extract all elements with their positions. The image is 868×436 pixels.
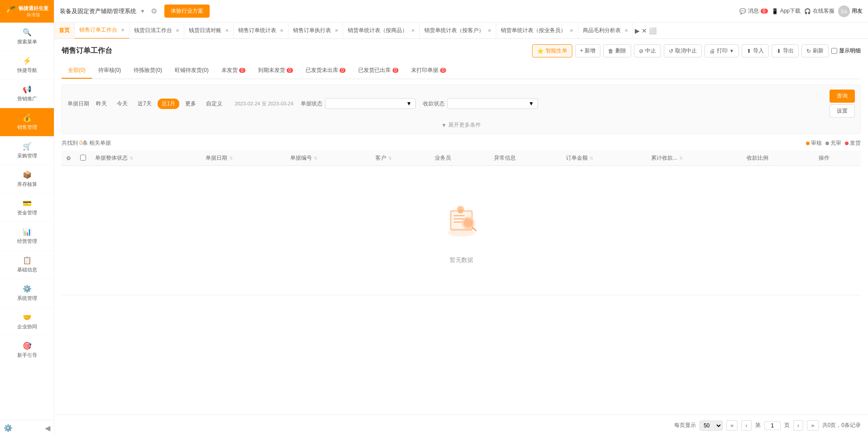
subtab-pending-check[interactable]: 待拣验货(0) (127, 63, 168, 79)
th-settings[interactable]: ⚙ (62, 151, 76, 166)
subtab-not-printed[interactable]: 未打印单据 0 (405, 63, 452, 79)
sidebar-item-finance[interactable]: 💳 资金管理 (0, 194, 54, 222)
tab-sales-workbench-close[interactable]: ✕ (121, 28, 125, 33)
sidebar-item-quicknav[interactable]: ⚡ 快捷导航 (0, 51, 54, 80)
setting-btn[interactable]: 设置 (830, 104, 855, 118)
sidebar-item-sales[interactable]: 💰 销售管理 (0, 108, 54, 137)
sort-customer-icon[interactable]: ⇅ (388, 156, 392, 161)
tabs-close-icon[interactable]: ✕ (642, 27, 647, 34)
sidebar-item-system[interactable]: ⚙️ 系统管理 (0, 279, 54, 308)
subtab-pending-audit[interactable]: 待审核(0) (92, 63, 128, 79)
tab-sales-by-product[interactable]: 销货单统计表（按商品） ✕ (343, 23, 420, 39)
next-page-btn[interactable]: › (793, 420, 803, 431)
sidebar-item-purchase[interactable]: 🛒 采购管理 (0, 137, 54, 165)
tab-sales-by-product-close[interactable]: ✕ (411, 28, 415, 33)
message-action[interactable]: 💬 消息 6 (739, 7, 768, 15)
subtab-shipped-out[interactable]: 已发货已出库 0 (352, 63, 405, 79)
last-page-btn[interactable]: » (807, 420, 818, 431)
collapse-icon[interactable]: ◀ (45, 424, 50, 432)
sidebar-item-enterprise[interactable]: 🤝 企业协同 (0, 308, 54, 336)
tab-sales-stats[interactable]: 销售订单统计表 ✕ (234, 23, 288, 39)
tab-sales-by-customer-close[interactable]: ✕ (488, 28, 491, 33)
tabs-prev-icon[interactable]: ▶ (635, 27, 640, 34)
tab-cash-reconcile[interactable]: 钱货日清对账 ✕ (184, 23, 234, 39)
audit-op-btn[interactable]: 审核 (806, 139, 822, 147)
tab-sales-by-staff-close[interactable]: ✕ (570, 28, 573, 33)
tab-sales-stats-close[interactable]: ✕ (280, 28, 283, 33)
tab-product-margin-close[interactable]: ✕ (624, 28, 628, 33)
sidebar-item-basic[interactable]: 📋 基础信息 (0, 251, 54, 279)
cancel-stop-btn[interactable]: ↺ 取消中止 (664, 44, 702, 57)
sidebar-item-guide[interactable]: 🎯 新手引导 (0, 336, 54, 365)
refresh-btn[interactable]: ↻ 刷新 (801, 44, 829, 57)
export-btn[interactable]: ⬇ 导出 (772, 44, 799, 57)
subtab-not-shipped[interactable]: 未发货 0 (215, 63, 252, 79)
payment-select[interactable]: ▼ (447, 98, 538, 109)
per-page-select[interactable]: 10 20 50 100 (700, 421, 723, 431)
app-download-action[interactable]: 📱 App下载 (772, 7, 801, 15)
tab-sales-by-customer[interactable]: 销货单统计表（按客户） ✕ (420, 23, 496, 39)
add-btn[interactable]: + 新增 (575, 44, 600, 57)
import-btn[interactable]: ⬆ 导入 (742, 44, 769, 57)
tab-sales-workbench[interactable]: 销售订单工作台 ✕ (75, 23, 129, 39)
sort-amount-icon[interactable]: ⇅ (590, 156, 593, 161)
status-select[interactable]: ▼ (325, 98, 416, 109)
user-menu[interactable]: Ea 用友 (838, 5, 863, 17)
sidebar-item-search[interactable]: 🔍 搜索菜单 (0, 23, 54, 51)
main-area: 装备及固定资产辅助管理系统 ▼ ⚙ 体验行业方案 💬 消息 6 📱 App下载 … (54, 0, 868, 436)
date-btn-yesterday[interactable]: 昨天 (92, 99, 111, 109)
sidebar-item-operations[interactable]: 📊 经营管理 (0, 222, 54, 251)
date-btn-more[interactable]: 更多 (181, 99, 200, 109)
headset-icon: 🎧 (804, 8, 811, 14)
show-detail-checkbox-container[interactable]: 显示明细 (831, 47, 861, 55)
online-service-action[interactable]: 🎧 在线客服 (804, 7, 834, 15)
page-header: 销售订单工作台 ⭐ 智能生单 + 新增 🗑 删除 ⊘ 中止 (62, 44, 861, 57)
first-page-btn[interactable]: « (726, 420, 738, 431)
th-checkbox[interactable] (76, 151, 91, 166)
sort-date-icon[interactable]: ⇅ (229, 156, 233, 161)
tab-sales-stats-label: 销售订单统计表 (238, 27, 276, 34)
sidebar-item-inventory[interactable]: 📦 库存核算 (0, 165, 54, 194)
ship-op-btn[interactable]: 发货 (845, 139, 861, 147)
th-number: 单据编号 ⇅ (286, 151, 370, 166)
tab-product-margin[interactable]: 商品毛利分析表 ✕ (578, 23, 633, 39)
sort-number-icon[interactable]: ⇅ (314, 156, 317, 161)
experience-btn[interactable]: 体验行业方案 (164, 5, 210, 18)
sort-status-icon[interactable]: ⇅ (129, 156, 133, 161)
subtab-shipped-not-out[interactable]: 已发货未出库 0 (299, 63, 352, 79)
settings-icon[interactable]: ⚙️ (4, 424, 13, 432)
sidebar-item-marketing[interactable]: 📢 营销推广 (0, 80, 54, 108)
tab-cash-daily[interactable]: 钱货日清工作台 ✕ (129, 23, 184, 39)
expand-icon: ▼ (441, 122, 447, 128)
subtab-all-label: 全部(0) (68, 67, 86, 73)
date-btn-1month[interactable]: 近1月 (158, 99, 180, 109)
tab-cash-reconcile-close[interactable]: ✕ (225, 28, 229, 33)
subtab-overdue-not-shipped[interactable]: 到期未发货 0 (252, 63, 299, 79)
settings-gear-icon[interactable]: ⚙ (151, 7, 157, 15)
subtab-wangpu[interactable]: 旺铺待发货(0) (168, 63, 215, 79)
date-btn-7days[interactable]: 近7天 (134, 99, 156, 109)
revoke-op-btn[interactable]: 充审 (825, 139, 841, 147)
select-all-checkbox[interactable] (80, 155, 86, 161)
subtab-wangpu-label: 旺铺待发货(0) (175, 67, 209, 73)
show-detail-checkbox[interactable] (831, 48, 837, 54)
prev-page-btn[interactable]: ‹ (741, 420, 751, 431)
tab-home[interactable]: 首页 (54, 23, 75, 39)
tab-sales-exec[interactable]: 销售订单执行表 ✕ (288, 23, 343, 39)
delete-btn[interactable]: 🗑 删除 (603, 44, 631, 57)
date-btn-today[interactable]: 今天 (113, 99, 132, 109)
tab-sales-exec-close[interactable]: ✕ (335, 28, 338, 33)
expand-conditions-btn[interactable]: ▼ 展开更多条件 (441, 121, 481, 129)
tab-sales-by-staff[interactable]: 销货单统计表（按业务员） ✕ (496, 23, 578, 39)
subtab-all[interactable]: 全部(0) (62, 63, 92, 79)
stop-btn[interactable]: ⊘ 中止 (634, 44, 661, 57)
sort-collected-icon[interactable]: ⇅ (679, 156, 683, 161)
date-btn-custom[interactable]: 自定义 (202, 99, 226, 109)
tab-cash-daily-close[interactable]: ✕ (176, 28, 179, 33)
shipped-out-badge: 0 (393, 68, 399, 73)
query-btn[interactable]: 查询 (830, 90, 855, 103)
tabs-fullscreen-icon[interactable]: ⬜ (649, 27, 657, 34)
smart-create-btn[interactable]: ⭐ 智能生单 (532, 44, 572, 57)
page-input[interactable] (764, 421, 781, 430)
print-btn[interactable]: 🖨 打印 ▼ (705, 44, 739, 57)
